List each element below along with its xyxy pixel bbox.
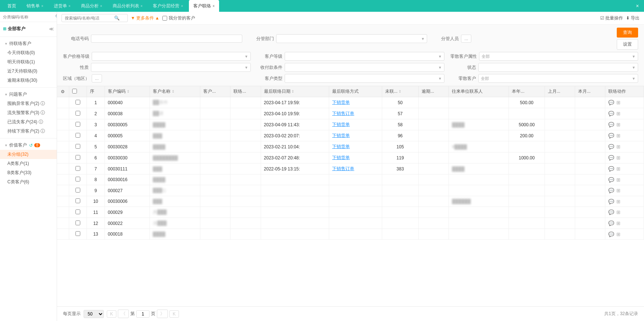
filter-region-ellipsis[interactable]: ...	[92, 74, 102, 82]
query-button[interactable]: 查询	[617, 28, 638, 38]
sidebar-search-input[interactable]	[3, 15, 54, 19]
last-method-link[interactable]: 下销货单	[332, 133, 350, 138]
grid-action-icon[interactable]: ⊞	[616, 166, 620, 172]
chat-icon[interactable]: 💬	[608, 188, 614, 193]
filter-phone-input[interactable]	[91, 35, 242, 43]
checkbox-cell[interactable]	[69, 141, 87, 152]
grid-action-icon[interactable]: ⊞	[616, 133, 620, 138]
chat-icon[interactable]: 💬	[608, 221, 614, 226]
chat-icon[interactable]: 💬	[608, 199, 614, 204]
last-method-cell[interactable]	[329, 196, 382, 207]
last-method-link[interactable]: 下销货单	[332, 144, 350, 149]
row-checkbox[interactable]	[75, 221, 80, 225]
filter-dept-select[interactable]: ▼	[276, 34, 427, 43]
last-method-cell[interactable]: 下销售订单	[329, 163, 382, 174]
last-method-cell[interactable]	[329, 229, 382, 240]
nav-tab-product-list[interactable]: 商品分析列表 ×	[108, 0, 147, 12]
grid-action-icon[interactable]: ⊞	[616, 100, 620, 105]
sidebar-churn-warning[interactable]: 流失预警客户(3) ⓘ	[0, 108, 57, 117]
sidebar-hoarding-abnormal[interactable]: 囤购异常客户(2) ⓘ	[0, 99, 57, 108]
row-checkbox[interactable]	[75, 155, 80, 160]
checkbox-col-header[interactable]	[69, 86, 87, 97]
sidebar-tomorrow-pending[interactable]: 明天待联络(1)	[0, 57, 57, 67]
close-tab-customer-layer[interactable]: ×	[181, 4, 183, 8]
sidebar-ungroup[interactable]: 未分组(32)	[0, 150, 57, 159]
batch-op-btn[interactable]: ☑ 批量操作	[600, 15, 623, 21]
row-checkbox[interactable]	[75, 188, 80, 193]
export-btn[interactable]: ⬇ 导出	[626, 15, 640, 21]
value-customers-header[interactable]: ▼ 价值客户 ↺ 8	[0, 141, 57, 150]
last-method-link[interactable]: 下销货单	[332, 155, 350, 160]
page-input[interactable]	[136, 310, 149, 318]
sidebar-today-pending[interactable]: 今天待联络(0)	[0, 48, 57, 57]
name-col-header[interactable]: 客户名称	[149, 86, 200, 97]
row-checkbox[interactable]	[75, 198, 80, 203]
nav-tab-customer-layer[interactable]: 客户分层经营 ×	[148, 0, 187, 12]
close-tab-purchase[interactable]: ×	[68, 4, 71, 8]
last-method-link[interactable]: 下销售订单	[332, 111, 354, 116]
last-method-cell[interactable]: 下销货单	[329, 119, 382, 130]
sidebar-7days-pending[interactable]: 近7天待联络(0)	[0, 67, 57, 76]
chat-icon[interactable]: 💬	[608, 122, 614, 127]
row-checkbox[interactable]	[75, 231, 80, 236]
filter-price-select[interactable]: ▼	[92, 52, 251, 61]
chat-icon[interactable]: 💬	[608, 166, 614, 172]
main-search-icon[interactable]: 🔍	[114, 15, 120, 21]
filter-manager-ellipsis[interactable]: ...	[461, 35, 471, 43]
uncontacted-col-header[interactable]: 未联...	[382, 86, 419, 97]
chat-icon[interactable]: 💬	[608, 232, 614, 237]
nav-tab-customer-contact[interactable]: 客户联络 ×	[189, 0, 219, 12]
code-col-header[interactable]: 客户编码	[105, 86, 149, 97]
nav-tab-purchase[interactable]: 进货单 ×	[49, 0, 75, 12]
grid-action-icon[interactable]: ⊞	[616, 221, 620, 226]
filter-nature-select[interactable]: ▼	[91, 63, 251, 72]
filter-ctype-select[interactable]: ▼	[285, 74, 444, 83]
last-method-link[interactable]: 下销货单	[332, 122, 350, 127]
last-method-link[interactable]: 下销货单	[332, 100, 350, 105]
row-checkbox[interactable]	[75, 133, 80, 138]
checkbox-cell[interactable]	[69, 119, 87, 130]
main-search-input[interactable]	[65, 16, 113, 20]
my-customers-check[interactable]	[162, 16, 167, 21]
page-size-select[interactable]: 50 100 200	[84, 310, 104, 318]
row-checkbox[interactable]	[75, 177, 80, 181]
settings-col-header[interactable]: ⚙	[57, 86, 69, 97]
checkbox-cell[interactable]	[69, 108, 87, 119]
grid-action-icon[interactable]: ⊞	[616, 144, 620, 149]
chat-icon[interactable]: 💬	[608, 111, 614, 116]
last-method-cell[interactable]	[329, 207, 382, 218]
grid-action-icon[interactable]: ⊞	[616, 111, 620, 116]
nav-tab-sales[interactable]: 销售单 ×	[22, 0, 48, 12]
chat-icon[interactable]: 💬	[608, 100, 614, 105]
checkbox-cell[interactable]	[69, 163, 87, 174]
close-tab-product-list[interactable]: ×	[141, 4, 143, 8]
grid-action-icon[interactable]: ⊞	[616, 155, 620, 160]
grid-action-icon[interactable]: ⊞	[616, 188, 620, 193]
grid-action-icon[interactable]: ⊞	[616, 122, 620, 127]
last-date-col-header[interactable]: 最后联络日期	[261, 86, 329, 97]
more-conditions-btn[interactable]: ▼ 更多条件 ▲	[131, 15, 159, 21]
prev-page-btn[interactable]: 《	[118, 310, 129, 318]
row-checkbox[interactable]	[75, 209, 80, 214]
last-method-cell[interactable]: 下销货单	[329, 130, 382, 141]
filter-status-select[interactable]: ▼	[478, 63, 638, 72]
last-method-cell[interactable]: 下销售订单	[329, 108, 382, 119]
chat-icon[interactable]: 💬	[608, 155, 614, 160]
checkbox-cell[interactable]	[69, 130, 87, 141]
sidebar-declining[interactable]: 持续下滑客户(2) ⓘ	[0, 127, 57, 136]
checkbox-cell[interactable]	[69, 207, 87, 218]
grid-action-icon[interactable]: ⊞	[616, 209, 620, 215]
pending-contact-header[interactable]: ▼ 待联络客户	[0, 39, 57, 48]
last-method-cell[interactable]: 下销货单	[329, 152, 382, 163]
close-tab-customer-contact[interactable]: ×	[212, 4, 215, 8]
checkbox-cell[interactable]	[69, 185, 87, 196]
select-all-checkbox[interactable]	[72, 89, 77, 94]
last-method-link[interactable]: 下销售订单	[332, 166, 354, 171]
sidebar-c-class[interactable]: C类客户(6)	[0, 177, 57, 187]
filter-payment-select[interactable]: ▼	[285, 63, 444, 72]
reset-button[interactable]: 设置	[617, 39, 638, 50]
problem-customers-header[interactable]: ▼ 问题客户	[0, 90, 57, 99]
filter-retail2-select[interactable]: 全部 ▼	[478, 74, 638, 83]
nav-tab-home[interactable]: 首页	[3, 0, 21, 12]
last-method-cell[interactable]	[329, 218, 382, 229]
